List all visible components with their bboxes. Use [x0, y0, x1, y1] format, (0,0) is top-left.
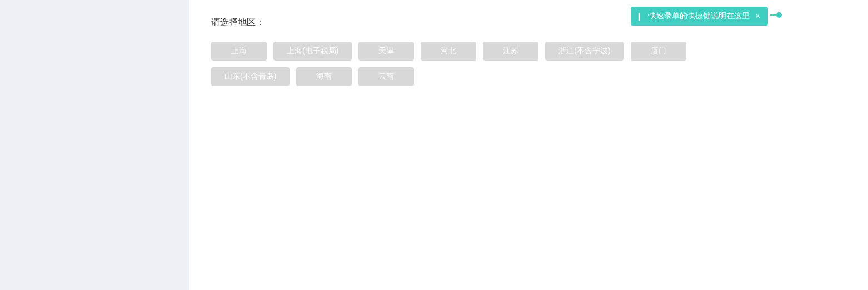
tooltip-close-button[interactable]: × [755, 12, 760, 21]
region-btn-shandong[interactable]: 山东(不含青岛) [211, 67, 290, 86]
tooltip-banner: 快速录单的快捷键说明在这里 × [631, 7, 768, 26]
region-btn-jiangsu[interactable]: 江苏 [483, 42, 538, 61]
main-content: 请选择地区： 上海 上海(电子税局) 天津 河北 江苏 浙江(不含宁波) 厦门 … [189, 0, 868, 290]
region-btn-hebei[interactable]: 河北 [421, 42, 476, 61]
region-btn-xiamen[interactable]: 厦门 [631, 42, 686, 61]
region-btn-hainan[interactable]: 海南 [296, 67, 352, 86]
region-btn-yunnan[interactable]: 云南 [358, 67, 414, 86]
region-btn-tianjin[interactable]: 天津 [358, 42, 414, 61]
region-btn-shanghai[interactable]: 上海 [211, 42, 267, 61]
region-buttons-row-1: 上海 上海(电子税局) 天津 河北 江苏 浙江(不含宁波) 厦门 [211, 42, 846, 61]
region-btn-zhejiang[interactable]: 浙江(不含宁波) [545, 42, 623, 61]
region-btn-shanghai-etax[interactable]: 上海(电子税局) [273, 42, 352, 61]
left-sidebar [0, 0, 189, 290]
tooltip-text: 快速录单的快捷键说明在这里 [648, 11, 750, 21]
tooltip-connector-dot [776, 12, 782, 18]
region-buttons-row-2: 山东(不含青岛) 海南 云南 [211, 67, 846, 86]
